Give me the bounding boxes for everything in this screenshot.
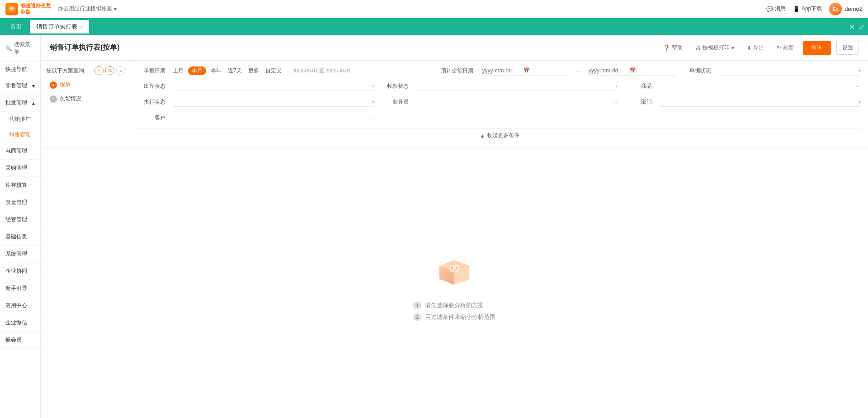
date-quick-this-month[interactable]: 本月 bbox=[188, 66, 206, 75]
tip-text-1: 请先选择要分析的方案 bbox=[425, 301, 484, 309]
sidebar-item-apps[interactable]: 应用中心 bbox=[0, 297, 40, 314]
exec-status-arrow[interactable] bbox=[372, 99, 374, 105]
export-btn[interactable]: ⬇ 导出 bbox=[743, 42, 768, 53]
sidebar-item-operations[interactable]: 经营管理 bbox=[0, 211, 40, 228]
query-btn[interactable]: 查询 bbox=[803, 41, 831, 55]
date-quick-custom[interactable]: 自定义 bbox=[264, 66, 283, 75]
edit-scheme-btn[interactable]: ✎ bbox=[105, 66, 114, 75]
payment-status-arrow[interactable] bbox=[615, 83, 618, 89]
settings-btn[interactable]: 设置 bbox=[836, 41, 859, 55]
product-label: 商品 bbox=[625, 82, 652, 90]
salesperson-more-icon[interactable] bbox=[612, 98, 618, 105]
expected-date-to[interactable]: 📅 bbox=[587, 66, 677, 76]
sidebar-sub-item-marketing[interactable]: 营销推广 bbox=[0, 112, 40, 127]
sidebar: 🔍 搜索菜单 快捷导航 零售管理 ▾ 批发管理 ▴ 营销推广 销售管理 电商管 bbox=[0, 35, 41, 418]
scheme-item-order[interactable]: ● 按单 bbox=[46, 79, 125, 91]
header-title[interactable]: 办公用品行业模拟账套 ▾ bbox=[58, 5, 117, 13]
dept-label: 部门 bbox=[625, 98, 652, 106]
svg-point-7 bbox=[442, 257, 443, 259]
sidebar-item-wechat[interactable]: 企业微信 bbox=[0, 314, 40, 332]
export-label: 导出 bbox=[753, 44, 764, 52]
payment-status-input[interactable] bbox=[416, 81, 618, 91]
doc-status-arrow[interactable] bbox=[859, 67, 861, 74]
customer-more-icon[interactable] bbox=[372, 114, 377, 121]
filter-field-expected-date: 预计交货日期 📅 — 📅 bbox=[441, 66, 677, 76]
customer-input[interactable] bbox=[173, 113, 377, 123]
collapse-label: 收起更多条件 bbox=[487, 132, 519, 139]
tab-close-btn[interactable]: × bbox=[80, 24, 83, 29]
collapse-more-btn[interactable]: ▲ 收起更多条件 bbox=[138, 128, 861, 142]
sidebar-section: 零售管理 ▾ 批发管理 ▴ 营销推广 销售管理 电商管理 采购管理 库存核算 bbox=[0, 77, 40, 349]
date-quick-7days[interactable]: 近7天 bbox=[226, 66, 244, 75]
expected-date-to-input[interactable] bbox=[589, 67, 629, 74]
page-title: 销售订单执行表(按单) bbox=[50, 43, 120, 52]
exec-status-input[interactable] bbox=[173, 97, 374, 107]
filter-scheme: 按以下方案查询 + ✎ « ● 按单 ○ bbox=[41, 61, 131, 147]
sidebar-nav-header[interactable]: 快捷导航 bbox=[0, 62, 40, 77]
sidebar-item-retail[interactable]: 零售管理 ▾ bbox=[0, 77, 40, 95]
date-quick-more[interactable]: 更多 bbox=[246, 66, 261, 75]
sidebar-item-finance[interactable]: 资金管理 bbox=[0, 194, 40, 211]
tab-bar-right: ✕ ⤢ bbox=[849, 23, 864, 31]
calendar-icon-2: 📅 bbox=[629, 67, 636, 74]
add-scheme-btn[interactable]: + bbox=[94, 66, 104, 75]
svg-point-15 bbox=[456, 266, 458, 268]
export-icon: ⬇ bbox=[747, 45, 751, 51]
tab-bar: 首页 销售订单执行表 × ✕ ⤢ bbox=[0, 18, 868, 35]
date-label: 单据日期 bbox=[138, 67, 165, 75]
app-download-btn[interactable]: 📱 App下载 bbox=[793, 5, 822, 13]
salesperson-input[interactable] bbox=[416, 97, 618, 107]
ship-status-arrow[interactable] bbox=[372, 83, 374, 89]
date-quick-last-month[interactable]: 上月 bbox=[171, 66, 185, 75]
filter-conditions: 单据日期 上月 本月 本年 近7天 更多 自定义 2023-03-01 至 20… bbox=[131, 61, 868, 147]
dept-input[interactable] bbox=[659, 97, 861, 107]
filter-panel: 按以下方案查询 + ✎ « ● 按单 ○ bbox=[41, 61, 868, 147]
sidebar-item-basic[interactable]: 基础信息 bbox=[0, 228, 40, 246]
sidebar-sub-item-sales[interactable]: 销售管理 bbox=[0, 127, 40, 142]
chevron-up-icon: ▴ bbox=[32, 100, 35, 106]
scheme-items: ● 按单 ○ 欠货情况 bbox=[46, 79, 125, 105]
collapse-scheme-btn[interactable]: « bbox=[116, 66, 125, 75]
empty-tip-2: 2 用过滤条件来缩小分析范围 bbox=[413, 313, 495, 321]
empty-state-illustration: ✦ ✦ bbox=[432, 245, 477, 290]
message-btn[interactable]: 💬 消息 bbox=[766, 5, 786, 13]
tab-minimize-icon[interactable]: ✕ bbox=[849, 23, 855, 31]
sidebar-item-member[interactable]: 畅会员 bbox=[0, 332, 40, 349]
tab-active[interactable]: 销售订单执行表 × bbox=[30, 20, 89, 33]
date-quick-this-year[interactable]: 本年 bbox=[209, 66, 223, 75]
active-tab-label: 销售订单执行表 bbox=[36, 23, 77, 31]
sidebar-item-inventory[interactable]: 库存核算 bbox=[0, 177, 40, 194]
sidebar-item-enterprise[interactable]: 企业协同 bbox=[0, 263, 40, 280]
ship-status-input[interactable] bbox=[173, 81, 374, 91]
avatar: Ea bbox=[829, 3, 842, 15]
refresh-btn[interactable]: ↻ 刷新 bbox=[773, 42, 797, 53]
dept-arrow[interactable] bbox=[859, 99, 861, 105]
header-left: 畅捷通好生意 标版 办公用品行业模拟账套 ▾ bbox=[5, 3, 117, 15]
filter-field-doc-status: 单据状态 bbox=[684, 66, 861, 76]
sidebar-item-newbie[interactable]: 新手引导 bbox=[0, 280, 40, 297]
user-avatar-area[interactable]: Ea demo2 bbox=[829, 3, 863, 15]
tip-num-2: 2 bbox=[413, 313, 421, 321]
svg-text:✦: ✦ bbox=[460, 260, 462, 262]
sidebar-search-btn[interactable]: 🔍 搜索菜单 bbox=[4, 39, 37, 58]
expected-date-label: 预计交货日期 bbox=[441, 67, 473, 75]
product-input[interactable] bbox=[659, 81, 861, 91]
template-print-btn[interactable]: 🖨 按模板打印 ▾ bbox=[692, 42, 738, 53]
doc-status-input[interactable] bbox=[718, 66, 861, 76]
tab-home[interactable]: 首页 bbox=[4, 20, 28, 33]
product-more-icon[interactable] bbox=[855, 82, 861, 90]
scheme-item-shortage[interactable]: ○ 欠货情况 bbox=[46, 93, 125, 105]
date-quick-buttons: 上月 本月 本年 近7天 更多 自定义 bbox=[171, 66, 283, 75]
salesperson-label: 业务员 bbox=[382, 98, 409, 106]
chevron-down-icon: ▾ bbox=[32, 83, 35, 89]
expected-date-from-input[interactable] bbox=[482, 67, 523, 74]
tab-expand-icon[interactable]: ⤢ bbox=[859, 23, 864, 31]
help-btn[interactable]: ❓ 帮助 bbox=[660, 42, 686, 53]
filter-field-customer: 客户 bbox=[138, 113, 377, 123]
filter-field-product: 商品 bbox=[625, 81, 861, 91]
sidebar-item-system[interactable]: 系统管理 bbox=[0, 246, 40, 263]
expected-date-from[interactable]: 📅 bbox=[481, 66, 571, 76]
sidebar-item-ecommerce[interactable]: 电商管理 bbox=[0, 142, 40, 160]
sidebar-item-purchase[interactable]: 采购管理 bbox=[0, 160, 40, 177]
sidebar-item-wholesale[interactable]: 批发管理 ▴ bbox=[0, 95, 40, 112]
